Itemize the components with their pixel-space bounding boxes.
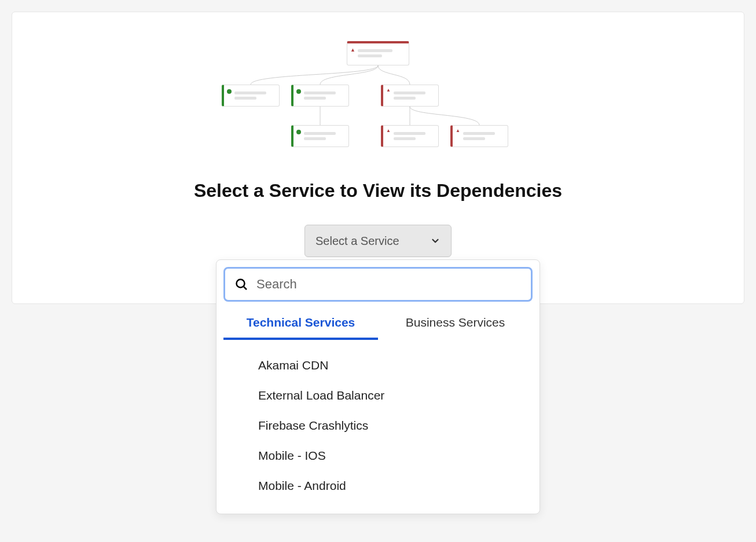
tab-business-services[interactable]: Business Services bbox=[378, 307, 533, 340]
service-item[interactable]: External Load Balancer bbox=[223, 380, 533, 411]
warning-icon bbox=[386, 89, 391, 94]
search-box[interactable] bbox=[223, 267, 533, 302]
svg-line-1 bbox=[244, 287, 247, 290]
warning-icon bbox=[456, 130, 460, 134]
chevron-down-icon bbox=[430, 236, 441, 246]
service-item[interactable]: Mobile - IOS bbox=[223, 441, 533, 471]
service-item[interactable]: Mobile - Android bbox=[223, 471, 533, 501]
diagram-node bbox=[222, 85, 280, 107]
diagram-root-node bbox=[347, 41, 409, 65]
diagram-node bbox=[450, 125, 508, 147]
warning-icon bbox=[350, 47, 355, 52]
service-dropdown-panel: Technical Services Business Services Aka… bbox=[216, 259, 540, 514]
service-item[interactable]: Akamai CDN bbox=[223, 350, 533, 380]
warning-icon bbox=[386, 130, 391, 134]
page-title: Select a Service to View its Dependencie… bbox=[35, 180, 721, 202]
tab-technical-services[interactable]: Technical Services bbox=[223, 307, 378, 340]
ok-icon bbox=[296, 89, 301, 94]
dependencies-card: Select a Service to View its Dependencie… bbox=[12, 12, 744, 304]
select-service-button[interactable]: Select a Service bbox=[304, 225, 452, 257]
diagram-node bbox=[381, 125, 439, 147]
service-item[interactable]: Firebase Crashlytics bbox=[223, 411, 533, 441]
select-label: Select a Service bbox=[315, 235, 399, 248]
ok-icon bbox=[227, 89, 232, 94]
dependency-diagram bbox=[35, 41, 721, 157]
search-icon bbox=[234, 277, 248, 291]
service-list: Akamai CDN External Load Balancer Fireba… bbox=[223, 340, 533, 507]
diagram-node bbox=[291, 85, 349, 107]
svg-point-0 bbox=[237, 280, 245, 288]
diagram-node bbox=[381, 85, 439, 107]
ok-icon bbox=[296, 130, 301, 134]
search-input[interactable] bbox=[256, 277, 522, 292]
service-tabs: Technical Services Business Services bbox=[223, 307, 533, 340]
diagram-node bbox=[291, 125, 349, 147]
